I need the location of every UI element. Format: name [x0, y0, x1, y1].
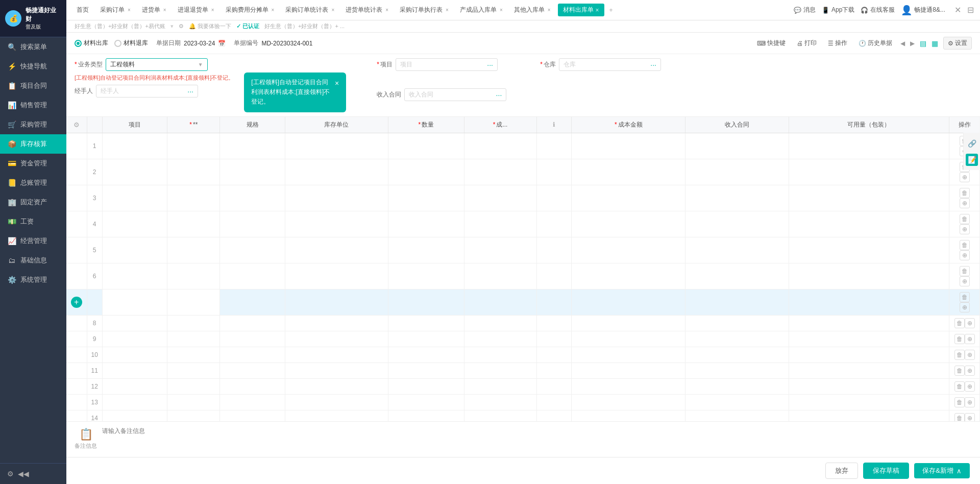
td-project[interactable] — [102, 133, 167, 159]
td-quantity[interactable] — [388, 378, 464, 394]
sidebar-item-account[interactable]: 📒 总账管理 — [0, 173, 66, 192]
td-spec[interactable] — [220, 211, 285, 237]
delete-row-icon[interactable]: 🗑 — [960, 214, 970, 224]
sidebar-item-purchase[interactable]: 🛒 采购管理 — [0, 115, 66, 134]
td-cost-amount[interactable] — [572, 263, 685, 289]
nav-prev-icon[interactable]: ◀ — [900, 40, 905, 47]
td-quantity[interactable] — [388, 185, 464, 211]
td-cost[interactable] — [464, 133, 536, 159]
delete-row-icon[interactable]: 🗑 — [954, 334, 965, 344]
income-contract-input[interactable]: 收入合同 ··· — [404, 88, 506, 101]
td-unit[interactable] — [285, 237, 388, 263]
td-quantity[interactable] — [388, 410, 464, 421]
td-quantity[interactable] — [388, 394, 464, 410]
td-material[interactable] — [167, 237, 220, 263]
nav-next-icon[interactable]: ▶ — [910, 40, 915, 47]
add-row-btn[interactable]: + — [71, 297, 82, 308]
td-unit[interactable] — [285, 185, 388, 211]
delete-row-icon[interactable]: 🗑 — [960, 188, 970, 198]
copy-row-icon[interactable]: ⊕ — [960, 198, 970, 208]
td-project-active[interactable] — [102, 289, 167, 315]
td-material[interactable] — [167, 362, 220, 378]
td-material[interactable] — [167, 185, 220, 211]
app-download-btn[interactable]: 📱 App下载 — [822, 6, 854, 14]
td-cost-amount[interactable] — [572, 133, 685, 159]
td-quantity[interactable] — [388, 159, 464, 185]
td-project[interactable] — [102, 237, 167, 263]
warehouse-more-icon[interactable]: ··· — [650, 61, 656, 69]
collapse-sidebar-icon[interactable]: ◀◀ — [18, 470, 29, 478]
td-project[interactable] — [102, 410, 167, 421]
td-project[interactable] — [102, 378, 167, 394]
tab-purchase-in[interactable]: 进货单 × — [138, 4, 170, 16]
more-tabs-icon[interactable]: + — [609, 7, 613, 14]
operation-btn[interactable]: ☰ 操作 — [825, 37, 850, 49]
td-project[interactable] — [102, 315, 167, 331]
sidebar-item-search[interactable]: 🔍 搜索菜单 — [0, 37, 66, 57]
td-cost-active[interactable] — [464, 289, 536, 315]
td-cost-amount[interactable] — [572, 378, 685, 394]
td-project[interactable] — [102, 331, 167, 347]
td-income-contract[interactable] — [685, 362, 789, 378]
copy-row-icon[interactable]: ⊕ — [965, 334, 975, 344]
td-project[interactable] — [102, 159, 167, 185]
experience-label[interactable]: 🔔 我要体验一下 — [189, 22, 231, 30]
td-cost-amount[interactable] — [572, 347, 685, 362]
active-tab-close-icon[interactable]: × — [596, 7, 599, 14]
tab-other-in[interactable]: 其他入库单 × — [510, 4, 555, 16]
td-income-contract[interactable] — [685, 394, 789, 410]
discard-button[interactable]: 放弃 — [825, 463, 858, 479]
td-cost-amount[interactable] — [572, 331, 685, 347]
project-more-icon[interactable]: ··· — [487, 61, 493, 69]
td-cost[interactable] — [464, 185, 536, 211]
td-material[interactable] — [167, 331, 220, 347]
td-quantity[interactable] — [388, 315, 464, 331]
td-project[interactable] — [102, 347, 167, 362]
tab-close-icon[interactable]: × — [211, 7, 214, 13]
td-quantity[interactable] — [388, 263, 464, 289]
td-cost[interactable] — [464, 362, 536, 378]
delete-row-icon[interactable]: 🗑 — [954, 381, 965, 392]
td-quantity-active[interactable] — [388, 289, 464, 315]
td-income-contract[interactable] — [685, 211, 789, 237]
td-unit[interactable] — [285, 331, 388, 347]
td-spec[interactable] — [220, 159, 285, 185]
handler-more-icon[interactable]: ··· — [187, 87, 193, 95]
online-service-btn[interactable]: 🎧 在线客服 — [861, 6, 895, 14]
sidebar-item-inventory[interactable]: 📦 库存核算 — [0, 134, 66, 154]
save-new-arrow-icon[interactable]: ∧ — [957, 467, 962, 475]
td-income-contract-active[interactable] — [685, 289, 789, 315]
project-input[interactable]: 项目 ··· — [396, 58, 498, 71]
td-spec[interactable] — [220, 410, 285, 421]
td-quantity[interactable] — [388, 362, 464, 378]
td-income-contract[interactable] — [685, 263, 789, 289]
td-unit[interactable] — [285, 347, 388, 362]
td-cost-amount[interactable] — [572, 362, 685, 378]
copy-row-icon[interactable]: ⊕ — [960, 172, 970, 182]
business-type-input[interactable]: 工程领料 ▼ — [106, 58, 208, 71]
td-cost[interactable] — [464, 394, 536, 410]
sidebar-item-system[interactable]: ⚙️ 系统管理 — [0, 270, 66, 289]
td-spec[interactable] — [220, 378, 285, 394]
calendar-icon[interactable]: 📅 — [218, 40, 226, 47]
quick-key-btn[interactable]: ⌨ 快捷键 — [754, 37, 789, 49]
td-spec[interactable] — [220, 394, 285, 410]
td-quantity[interactable] — [388, 347, 464, 362]
handler-input[interactable]: 经手人 ··· — [96, 85, 198, 98]
td-cost[interactable] — [464, 378, 536, 394]
tab-close-icon[interactable]: × — [163, 7, 166, 13]
td-project[interactable] — [102, 394, 167, 410]
td-quantity[interactable] — [388, 133, 464, 159]
copy-row-icon[interactable]: ⊕ — [960, 224, 970, 234]
date-value[interactable]: 2023-03-24 — [184, 40, 215, 47]
tab-home[interactable]: 首页 — [72, 4, 93, 16]
td-cost-amount[interactable] — [572, 410, 685, 421]
td-material[interactable] — [167, 159, 220, 185]
copy-row-icon[interactable]: ⊕ — [965, 397, 975, 407]
copy-row-icon[interactable]: ⊕ — [965, 350, 975, 360]
td-cost-amount[interactable] — [572, 237, 685, 263]
tooltip-close-btn[interactable]: × — [335, 78, 339, 89]
td-spec[interactable] — [220, 237, 285, 263]
message-btn[interactable]: 💬 消息 — [794, 6, 816, 14]
td-spec-active[interactable] — [220, 289, 285, 315]
